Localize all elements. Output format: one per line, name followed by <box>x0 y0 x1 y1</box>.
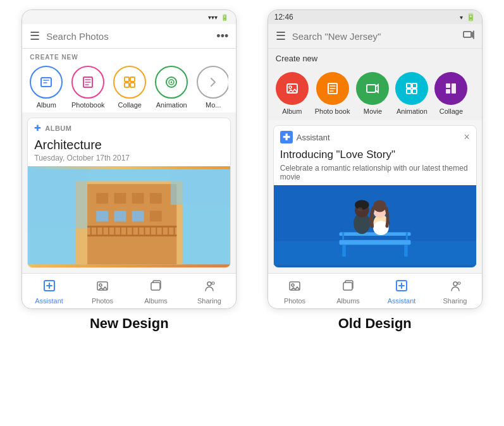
old-create-animation[interactable]: Animation <box>395 72 428 115</box>
svg-rect-33 <box>156 226 157 234</box>
new-create-more[interactable]: Mo... <box>197 66 228 109</box>
svg-rect-27 <box>120 226 121 234</box>
svg-point-77 <box>453 282 457 286</box>
svg-point-47 <box>289 86 292 88</box>
old-hamburger-icon[interactable]: ☰ <box>276 29 286 43</box>
svg-rect-19 <box>150 211 162 222</box>
svg-rect-30 <box>138 226 139 234</box>
old-assistant-nav-label: Assistant <box>388 297 416 305</box>
new-nav-albums[interactable]: Albums <box>129 274 183 308</box>
old-create-album[interactable]: Album <box>276 72 309 115</box>
svg-rect-0 <box>41 78 51 87</box>
old-design-label: Old Design <box>338 315 412 332</box>
close-assistant-icon[interactable]: × <box>464 131 469 143</box>
old-albums-nav-label: Albums <box>336 297 360 305</box>
album-card[interactable]: ✚ ALBUM Architecture Tuesday, October 17… <box>27 118 231 268</box>
old-battery-icon: 🔋 <box>466 13 476 21</box>
svg-rect-55 <box>446 89 450 94</box>
love-story-image <box>274 185 476 267</box>
svg-rect-22 <box>90 226 92 234</box>
old-time: 12:46 <box>274 13 293 21</box>
photobook-circle <box>71 66 104 99</box>
album-tag: ALBUM <box>45 125 71 132</box>
albums-nav-label: Albums <box>144 297 168 305</box>
old-bottom-nav: Photos Albums <box>268 273 482 308</box>
new-design-wrapper: ▾▾▾ 🔋 ☰ ••• CREATE NEW <box>13 9 246 332</box>
old-search-bar[interactable]: ☰ <box>268 24 482 49</box>
new-create-collage[interactable]: Collage <box>113 66 146 109</box>
new-search-bar[interactable]: ☰ ••• <box>22 24 236 49</box>
svg-rect-53 <box>412 89 417 94</box>
svg-rect-34 <box>162 226 163 234</box>
old-photobook-label: Photo book <box>315 107 350 115</box>
album-plus-icon: ✚ <box>34 123 41 133</box>
new-create-album[interactable]: Album <box>30 66 63 109</box>
svg-rect-63 <box>342 232 344 240</box>
old-wifi-icon: ▾ <box>460 14 463 21</box>
new-nav-sharing[interactable]: Sharing <box>183 274 237 308</box>
old-photos-nav-icon <box>288 279 302 296</box>
old-movie-label: Movie <box>364 107 382 115</box>
old-create-photobook[interactable]: Photo book <box>315 72 350 115</box>
old-nav-sharing[interactable]: Sharing <box>428 274 482 308</box>
love-story-subtitle: Celebrate a romantic relationship with o… <box>274 164 476 185</box>
old-animation-label: Animation <box>396 107 427 115</box>
old-create-movie[interactable]: Movie <box>356 72 389 115</box>
new-create-photobook[interactable]: Photobook <box>71 66 104 109</box>
new-create-section: CREATE NEW Album <box>22 49 236 113</box>
svg-rect-51 <box>412 83 417 88</box>
old-create-collage[interactable]: Collage <box>434 72 467 115</box>
old-animation-circle <box>395 72 428 105</box>
old-status-icons: ▾ 🔋 <box>460 13 476 21</box>
collage-label: Collage <box>118 101 142 109</box>
old-design-wrapper: 12:46 ▾ 🔋 ☰ Create new <box>259 9 492 332</box>
svg-rect-38 <box>171 169 230 205</box>
svg-point-41 <box>99 284 102 286</box>
sharing-nav-label: Sharing <box>197 297 221 305</box>
svg-rect-16 <box>96 211 108 222</box>
svg-rect-24 <box>102 226 104 234</box>
old-albums-nav-icon <box>341 279 355 296</box>
svg-point-8 <box>171 82 173 83</box>
hamburger-icon[interactable]: ☰ <box>30 29 40 43</box>
svg-rect-59 <box>339 240 410 245</box>
assistant-card[interactable]: ✚ Assistant × Introducing "Love Story" C… <box>273 125 477 268</box>
svg-rect-75 <box>343 283 352 290</box>
old-nav-assistant[interactable]: Assistant <box>375 274 429 308</box>
new-search-input[interactable] <box>46 31 210 42</box>
new-nav-assistant[interactable]: Assistant <box>22 274 76 308</box>
svg-rect-14 <box>132 193 144 204</box>
svg-rect-29 <box>132 226 133 234</box>
svg-rect-61 <box>404 245 408 257</box>
old-status-bar: 12:46 ▾ 🔋 <box>268 10 482 24</box>
new-create-animation[interactable]: Animation <box>155 66 188 109</box>
album-card-header: ✚ ALBUM <box>28 118 230 138</box>
svg-rect-54 <box>446 83 450 88</box>
svg-rect-50 <box>407 83 411 88</box>
old-nav-photos[interactable]: Photos <box>268 274 322 308</box>
old-sharing-nav-label: Sharing <box>443 297 467 305</box>
svg-rect-28 <box>126 226 128 234</box>
svg-rect-18 <box>132 211 144 222</box>
more-icon[interactable]: ••• <box>216 30 228 43</box>
new-nav-photos[interactable]: Photos <box>76 274 130 308</box>
cast-icon[interactable] <box>463 29 474 43</box>
battery-icon: 🔋 <box>221 14 228 21</box>
old-nav-albums[interactable]: Albums <box>321 274 375 308</box>
new-status-bar: ▾▾▾ 🔋 <box>22 10 236 24</box>
old-collage-label: Collage <box>439 107 463 115</box>
svg-rect-25 <box>108 226 109 234</box>
svg-point-44 <box>212 282 214 284</box>
svg-rect-62 <box>339 232 410 236</box>
phones-container: ▾▾▾ 🔋 ☰ ••• CREATE NEW <box>0 0 504 332</box>
new-design-phone: ▾▾▾ 🔋 ☰ ••• CREATE NEW <box>22 9 237 309</box>
old-search-input[interactable] <box>292 31 457 42</box>
animation-label: Animation <box>156 101 187 109</box>
more-label: Mo... <box>206 101 221 109</box>
love-story-title: Introducing "Love Story" <box>274 149 476 164</box>
svg-rect-49 <box>367 85 376 92</box>
assistant-header-left: ✚ Assistant <box>280 131 330 143</box>
svg-rect-2 <box>125 77 129 82</box>
svg-rect-45 <box>464 32 471 37</box>
old-create-label: Create new <box>276 54 474 63</box>
